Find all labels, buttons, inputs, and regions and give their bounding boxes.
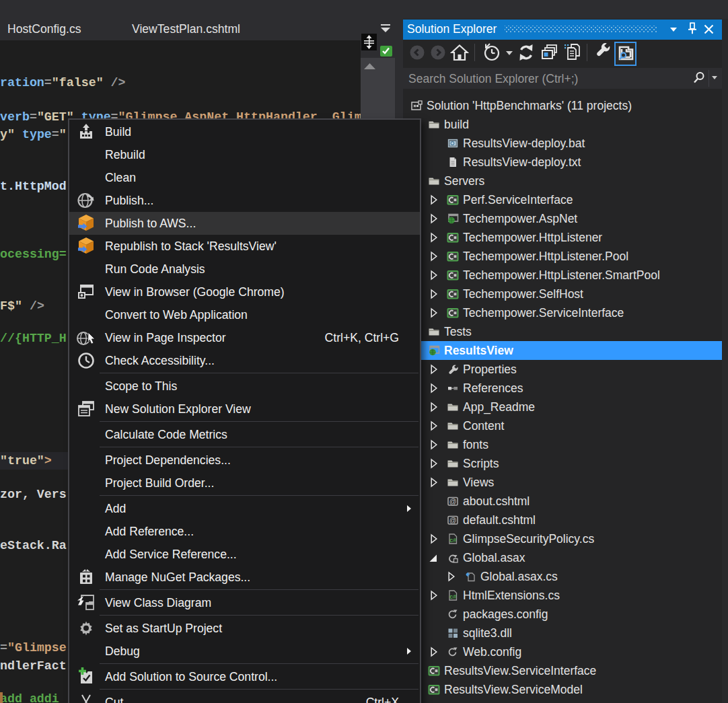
svg-text:@: @: [449, 497, 457, 505]
svg-text:c#: c#: [449, 593, 457, 600]
svg-text:@: @: [449, 516, 457, 524]
svg-text:c#: c#: [449, 536, 457, 544]
